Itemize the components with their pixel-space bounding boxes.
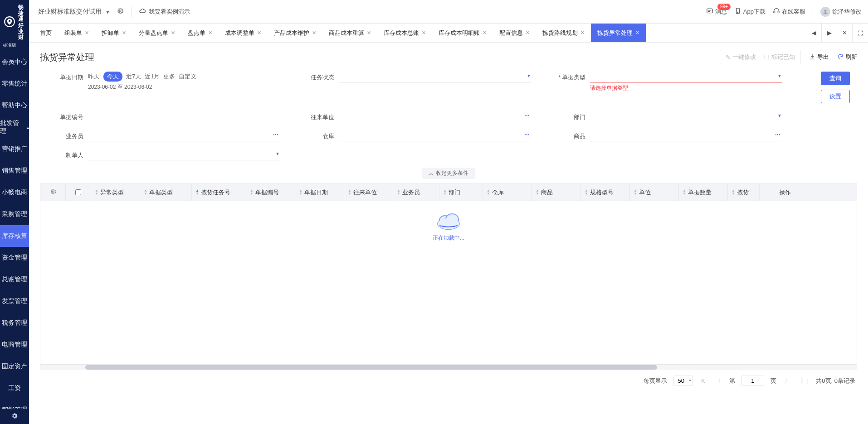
bill-type-input[interactable] xyxy=(590,72,782,82)
sidebar-item-4[interactable]: 营销推广 xyxy=(0,138,29,160)
column-header-14[interactable]: ▲▼单据数量 xyxy=(679,184,728,201)
tab-10[interactable]: 配置信息✕ xyxy=(493,24,536,42)
column-header-16[interactable]: 操作 xyxy=(760,184,810,201)
column-header-4[interactable]: ▲▼拣货任务号 xyxy=(192,184,246,201)
close-icon[interactable]: ✕ xyxy=(85,30,89,36)
tab-12[interactable]: 拣货异常处理✕ xyxy=(591,24,646,42)
tab-5[interactable]: 成本调整单✕ xyxy=(219,24,268,42)
messages-button[interactable]: 消息 99+ xyxy=(706,7,727,16)
sort-icon[interactable]: ▲▼ xyxy=(95,189,98,195)
close-icon[interactable]: ✕ xyxy=(208,30,212,36)
collapse-filters[interactable]: ︽ 收起更多条件 xyxy=(422,168,475,179)
date-more[interactable]: 更多 xyxy=(163,72,175,81)
sort-icon[interactable]: ▲▼ xyxy=(250,189,254,195)
sidebar-item-12[interactable]: 税务管理 xyxy=(0,312,29,334)
more-icon[interactable]: ⋯ xyxy=(775,131,781,138)
sidebar-item-0[interactable]: 会员中心 xyxy=(0,51,29,73)
demo-link[interactable]: 我要看实例演示 xyxy=(139,7,190,16)
product-settings[interactable] xyxy=(117,7,124,16)
tab-6[interactable]: 产品成本维护✕ xyxy=(268,24,322,42)
partner-input[interactable] xyxy=(339,111,531,122)
sort-icon[interactable]: ▲▼ xyxy=(195,189,199,195)
sort-icon[interactable]: ▲▼ xyxy=(634,189,637,195)
query-button[interactable]: 查询 xyxy=(821,72,850,85)
appdl-button[interactable]: App下载 xyxy=(734,7,766,16)
task-status-input[interactable] xyxy=(339,72,531,82)
sidebar-item-11[interactable]: 发票管理 xyxy=(0,290,29,312)
column-header-15[interactable]: ▲▼拣货 xyxy=(728,184,760,201)
sidebar-item-1[interactable]: 零售统计 xyxy=(0,73,29,95)
staff-input[interactable] xyxy=(88,130,280,141)
tab-4[interactable]: 盘点单✕ xyxy=(181,24,219,42)
date-custom[interactable]: 自定义 xyxy=(179,72,196,81)
tab-fullscreen[interactable] xyxy=(853,24,868,42)
column-header-1[interactable] xyxy=(66,184,91,201)
pager-next[interactable]: 〉 xyxy=(783,377,792,385)
sidebar-item-13[interactable]: 电商管理 xyxy=(0,334,29,356)
sort-icon[interactable]: ▲▼ xyxy=(585,189,588,195)
date-last1m[interactable]: 近1月 xyxy=(145,72,160,81)
pager-page-input[interactable] xyxy=(741,376,764,386)
sidebar-item-15[interactable]: 工资 xyxy=(0,377,29,399)
close-icon[interactable]: ✕ xyxy=(580,30,585,36)
tab-next[interactable]: ▶ xyxy=(822,24,837,42)
support-button[interactable]: 在线客服 xyxy=(773,7,805,16)
close-icon[interactable]: ✕ xyxy=(483,30,487,36)
close-icon[interactable]: ✕ xyxy=(171,30,175,36)
dept-input[interactable] xyxy=(590,111,782,122)
product-selector[interactable]: 好业财标准版交付试用 ▾ xyxy=(38,8,109,16)
column-header-9[interactable]: ▲▼部门 xyxy=(439,184,483,201)
column-header-3[interactable]: ▲▼单据类型 xyxy=(140,184,192,201)
sort-icon[interactable]: ▲▼ xyxy=(299,189,302,195)
column-header-10[interactable]: ▲▼仓库 xyxy=(483,184,532,201)
sidebar-item-5[interactable]: 销售管理 xyxy=(0,160,29,182)
sort-icon[interactable]: ▲▼ xyxy=(487,189,490,195)
bill-no-input[interactable] xyxy=(88,111,280,122)
date-today[interactable]: 今天 xyxy=(103,72,122,82)
user-menu[interactable]: 徐泽华修改 xyxy=(820,7,862,17)
date-last7[interactable]: 近7天 xyxy=(126,72,141,81)
sort-icon[interactable]: ▲▼ xyxy=(683,189,686,195)
gear-icon[interactable] xyxy=(50,188,56,196)
close-icon[interactable]: ✕ xyxy=(367,30,371,36)
pager-last[interactable]: 〉| xyxy=(799,377,809,385)
close-icon[interactable]: ✕ xyxy=(257,30,261,36)
column-header-6[interactable]: ▲▼单据日期 xyxy=(295,184,344,201)
column-header-8[interactable]: ▲▼业务员 xyxy=(393,184,439,201)
close-icon[interactable]: ✕ xyxy=(526,30,530,36)
close-icon[interactable]: ✕ xyxy=(635,30,639,36)
select-all-checkbox[interactable] xyxy=(75,189,81,195)
tab-prev[interactable]: ◀ xyxy=(806,24,822,42)
sidebar-item-16[interactable]: 智能管理 xyxy=(0,399,29,409)
tab-2[interactable]: 拆卸单✕ xyxy=(95,24,132,42)
maker-input[interactable] xyxy=(88,149,280,160)
close-icon[interactable]: ✕ xyxy=(122,30,126,36)
sort-icon[interactable]: ▲▼ xyxy=(348,189,351,195)
date-yesterday[interactable]: 昨天 xyxy=(88,72,100,81)
sidebar-settings[interactable] xyxy=(0,409,29,424)
sidebar-item-3[interactable]: 批发管理▴ xyxy=(0,116,29,138)
more-icon[interactable]: ⋯ xyxy=(273,131,279,138)
tab-1[interactable]: 组装单✕ xyxy=(58,24,95,42)
tab-8[interactable]: 库存成本总账✕ xyxy=(377,24,432,42)
tab-0[interactable]: 首页 xyxy=(34,24,58,42)
chevron-down-icon[interactable]: ▾ xyxy=(778,112,781,119)
column-header-0[interactable] xyxy=(40,184,66,201)
sort-icon[interactable]: ▲▼ xyxy=(144,189,147,195)
chevron-down-icon[interactable]: ▾ xyxy=(527,72,530,79)
tab-3[interactable]: 分量盘点单✕ xyxy=(132,24,181,42)
pager-prev[interactable]: 〈 xyxy=(713,377,723,385)
column-header-2[interactable]: ▲▼异常类型 xyxy=(91,184,140,201)
column-header-11[interactable]: ▲▼商品 xyxy=(532,184,581,201)
refresh-action[interactable]: 刷新 xyxy=(837,53,857,61)
settings-button[interactable]: 设置 xyxy=(821,90,850,103)
column-header-12[interactable]: ▲▼规格型号 xyxy=(581,184,630,201)
sidebar-item-6[interactable]: 小畅电商 xyxy=(0,182,29,203)
sidebar-item-8[interactable]: 库存核算 xyxy=(0,225,29,247)
sidebar-item-2[interactable]: 帮助中心 xyxy=(0,95,29,116)
sort-icon[interactable]: ▲▼ xyxy=(731,189,735,195)
warehouse-input[interactable] xyxy=(339,130,531,141)
tab-close-all[interactable]: ✕ xyxy=(837,24,853,42)
column-header-5[interactable]: ▲▼单据编号 xyxy=(246,184,295,201)
tab-9[interactable]: 库存成本明细账✕ xyxy=(432,24,493,42)
